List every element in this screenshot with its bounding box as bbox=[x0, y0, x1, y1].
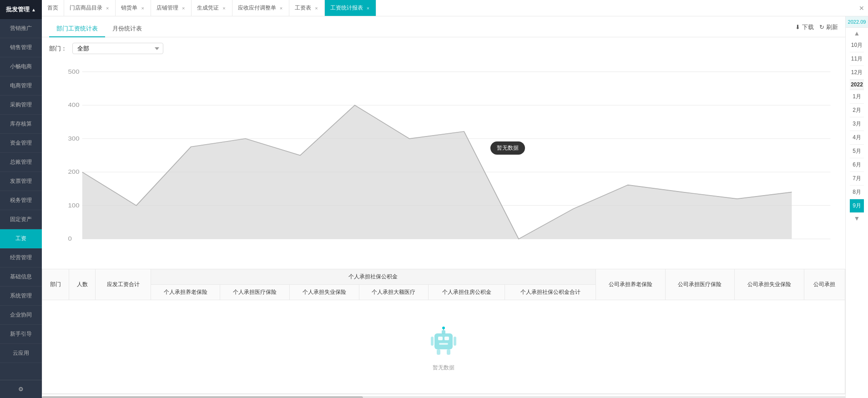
date-panel-item-12月[interactable]: 12月 bbox=[850, 66, 864, 80]
svg-rect-22 bbox=[437, 349, 440, 355]
th-personal-medical: 个人承担医疗保险 bbox=[220, 285, 290, 300]
tab-shop-management[interactable]: 店铺管理× bbox=[151, 0, 192, 16]
tab-label-sales-order: 销货单 bbox=[121, 4, 137, 12]
tab-sales-order[interactable]: 销货单× bbox=[116, 0, 151, 16]
svg-rect-20 bbox=[431, 337, 434, 346]
settings-icon: ⚙ bbox=[18, 386, 24, 393]
download-label: 下载 bbox=[802, 23, 814, 31]
th-personal-unemployment: 个人承担失业保险 bbox=[289, 285, 359, 300]
svg-text:0: 0 bbox=[68, 236, 72, 242]
refresh-icon: ↻ bbox=[819, 24, 824, 30]
tab-close-receivable[interactable]: × bbox=[279, 5, 283, 11]
table-area: 部门 人数 应发工资合计 个人承担社保公积金 公司承担养老保险 公司承担医疗保险… bbox=[42, 269, 845, 398]
filter-bar: 部门： 全部 bbox=[42, 37, 845, 60]
date-panel-item-10月[interactable]: 10月 bbox=[850, 39, 864, 52]
page-content: 部门工资统计表月份统计表 ⬇ 下载 ↻ 刷新 部门： 全部 bbox=[42, 16, 845, 398]
date-panel-item-7月[interactable]: 7月 bbox=[850, 172, 864, 186]
sidebar-item-tax[interactable]: 税务管理 bbox=[0, 191, 42, 210]
svg-text:200: 200 bbox=[68, 169, 80, 176]
filter-dept-select[interactable]: 全部 bbox=[72, 43, 163, 54]
svg-rect-17 bbox=[442, 330, 445, 334]
content-area: 部门工资统计表月份统计表 ⬇ 下载 ↻ 刷新 部门： 全部 bbox=[42, 16, 868, 398]
sidebar-item-marketing[interactable]: 营销推广 bbox=[0, 19, 42, 38]
date-panel-item-2月[interactable]: 2月 bbox=[850, 104, 864, 117]
tab-close-salary-report[interactable]: × bbox=[366, 5, 370, 11]
sidebar-item-enterprise[interactable]: 企业协同 bbox=[0, 306, 42, 325]
download-button[interactable]: ⬇ 下载 bbox=[795, 23, 814, 31]
sidebar-item-cloud[interactable]: 云应用 bbox=[0, 344, 42, 363]
table-empty-cell: 暂无数据 bbox=[42, 300, 845, 394]
sidebar-item-basic[interactable]: 基础信息 bbox=[0, 267, 42, 287]
sub-tab-monthly-stats[interactable]: 月份统计表 bbox=[105, 21, 149, 37]
download-icon: ⬇ bbox=[795, 24, 800, 30]
data-table: 部门 人数 应发工资合计 个人承担社保公积金 公司承担养老保险 公司承担医疗保险… bbox=[42, 269, 845, 394]
empty-state-label: 暂无数据 bbox=[433, 364, 454, 372]
tab-receivable[interactable]: 应收应付调整单× bbox=[232, 0, 289, 16]
refresh-label: 刷新 bbox=[826, 23, 838, 31]
filter-dept-label: 部门： bbox=[49, 45, 67, 53]
th-company-unemployment: 公司承担失业保险 bbox=[735, 269, 804, 300]
date-panel-item-1月[interactable]: 1月 bbox=[850, 90, 864, 104]
date-panel-current[interactable]: 2022.09 bbox=[846, 16, 868, 28]
svg-rect-14 bbox=[438, 337, 443, 340]
tab-label-salary-table: 工资表 bbox=[295, 4, 311, 12]
tab-salary-table[interactable]: 工资表× bbox=[289, 0, 324, 16]
sidebar-item-mini-ecommerce[interactable]: 小畅电商 bbox=[0, 57, 42, 76]
empty-state: 暂无数据 bbox=[47, 304, 840, 390]
sidebar-item-ecommerce[interactable]: 电商管理 bbox=[0, 76, 42, 96]
svg-rect-21 bbox=[454, 337, 456, 346]
svg-text:400: 400 bbox=[68, 102, 80, 109]
sidebar-item-operations[interactable]: 经营管理 bbox=[0, 248, 42, 267]
date-panel-item-3月[interactable]: 3月 bbox=[850, 117, 864, 131]
sidebar-item-invoice[interactable]: 发票管理 bbox=[0, 172, 42, 191]
tab-bar-end: ✕ bbox=[859, 5, 868, 12]
tab-production-voucher[interactable]: 生成凭证× bbox=[192, 0, 232, 16]
sidebar-item-assets[interactable]: 固定资产 bbox=[0, 210, 42, 229]
tab-close-salary-table[interactable]: × bbox=[314, 5, 318, 11]
sidebar-item-ledger[interactable]: 总账管理 bbox=[0, 153, 42, 172]
date-panel-item-5月[interactable]: 5月 bbox=[850, 145, 864, 158]
tab-close-sales-order[interactable]: × bbox=[140, 5, 145, 11]
refresh-button[interactable]: ↻ 刷新 bbox=[819, 23, 838, 31]
tab-shop-catalog[interactable]: 门店商品目录× bbox=[64, 0, 116, 16]
tab-home[interactable]: 首页 bbox=[42, 0, 64, 16]
tab-close-production-voucher[interactable]: × bbox=[222, 5, 226, 11]
date-panel-nav-up[interactable]: ▲ bbox=[846, 28, 868, 39]
date-panel-nav-down[interactable]: ▼ bbox=[846, 213, 868, 224]
tab-label-receivable: 应收应付调整单 bbox=[238, 4, 276, 12]
sidebar-header-label: 批发管理 bbox=[6, 5, 30, 14]
sub-tab-bar: 部门工资统计表月份统计表 ⬇ 下载 ↻ 刷新 bbox=[42, 16, 845, 37]
scrollbar-thumb bbox=[42, 396, 363, 398]
sidebar-item-purchase[interactable]: 采购管理 bbox=[0, 96, 42, 115]
date-panel-item-4月[interactable]: 4月 bbox=[850, 131, 864, 145]
sidebar-item-system[interactable]: 系统管理 bbox=[0, 287, 42, 306]
svg-rect-16 bbox=[439, 343, 448, 345]
horizontal-scrollbar[interactable] bbox=[42, 396, 845, 398]
tab-label-home: 首页 bbox=[47, 4, 58, 12]
window-close-button[interactable]: ✕ bbox=[859, 5, 864, 12]
sidebar-settings-button[interactable]: ⚙ bbox=[0, 380, 42, 398]
sidebar-item-finance[interactable]: 资金管理 bbox=[0, 134, 42, 153]
date-panel-item-8月[interactable]: 8月 bbox=[850, 186, 864, 199]
date-panel-item-9月[interactable]: 9月 bbox=[850, 199, 864, 213]
date-panel-item-11月[interactable]: 11月 bbox=[850, 52, 864, 66]
sidebar-header[interactable]: 批发管理 ▲ bbox=[0, 0, 42, 19]
chart-area: 500 400 300 200 100 0 bbox=[42, 60, 845, 269]
sub-tab-dept-stats[interactable]: 部门工资统计表 bbox=[49, 21, 105, 37]
sidebar-item-salary[interactable]: 工资 bbox=[0, 229, 42, 248]
svg-rect-13 bbox=[434, 333, 453, 349]
table-empty-row: 暂无数据 bbox=[42, 300, 845, 394]
sub-tab-actions: ⬇ 下载 ↻ 刷新 bbox=[795, 23, 838, 35]
sidebar-item-sales[interactable]: 销售管理 bbox=[0, 38, 42, 57]
sidebar-item-inventory[interactable]: 库存核算 bbox=[0, 115, 42, 134]
date-panel-year-2022: 2022 bbox=[850, 80, 864, 90]
sidebar-item-guide[interactable]: 新手引导 bbox=[0, 325, 42, 344]
tab-close-shop-catalog[interactable]: × bbox=[105, 5, 110, 11]
tab-close-shop-management[interactable]: × bbox=[181, 5, 186, 11]
th-personal-major-medical: 个人承担大额医疗 bbox=[359, 285, 429, 300]
th-personal-insurance-total: 个人承担社保公积金合计 bbox=[505, 285, 596, 300]
th-company-pension: 公司承担养老保险 bbox=[596, 269, 666, 300]
svg-text:500: 500 bbox=[68, 68, 80, 75]
tab-salary-report[interactable]: 工资统计报表× bbox=[325, 0, 376, 16]
date-panel-item-6月[interactable]: 6月 bbox=[850, 158, 864, 172]
